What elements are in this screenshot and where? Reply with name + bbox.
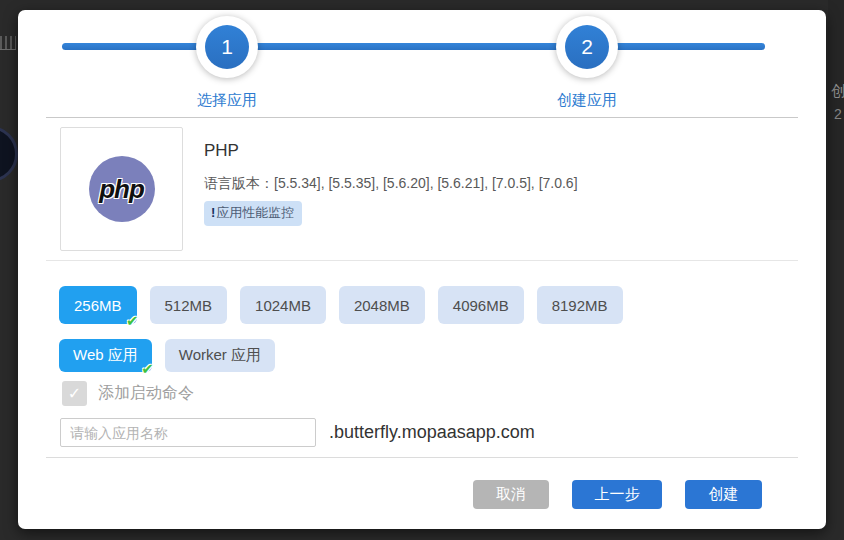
app-type-label: Worker 应用 [179,346,261,365]
app-name-input[interactable] [60,418,316,447]
memory-option-8192mb[interactable]: 8192MB [537,286,623,324]
domain-suffix: .butterfly.mopaasapp.com [329,422,535,443]
memory-option-4096mb[interactable]: 4096MB [438,286,524,324]
step-2-number: 2 [565,25,609,69]
create-app-dialog: 1 2 选择应用 创建应用 php PHP 语言版本：[5.5.34], [5.… [18,10,826,529]
memory-option-label: 8192MB [552,297,608,314]
step-1-node[interactable]: 1 [196,16,258,78]
step-1-number: 1 [205,25,249,69]
php-app-card: php [60,127,183,251]
background-text-fragment: 创 [831,82,844,101]
memory-options-row: 256MB ✔ 512MB 1024MB 2048MB 4096MB 8192M… [59,286,623,324]
startup-command-row: ✓ 添加启动命令 [62,381,194,406]
memory-option-256mb[interactable]: 256MB ✔ [59,286,137,324]
startup-command-checkbox[interactable]: ✓ [62,381,87,406]
apm-tag-label: 应用性能监控 [216,205,294,220]
app-type-label: Web 应用 [73,346,138,365]
step-2-node[interactable]: 2 [556,16,618,78]
footer-divider [46,457,798,458]
memory-option-1024mb[interactable]: 1024MB [240,286,326,324]
apm-tag: !应用性能监控 [204,201,302,226]
memory-option-label: 512MB [165,297,213,314]
footer-actions: 取消 上一步 创建 [473,480,762,509]
memory-option-label: 1024MB [255,297,311,314]
versions-list: [5.5.34], [5.5.35], [5.6.20], [5.6.21], … [274,175,578,191]
php-logo-text: php [99,174,144,205]
screen: { "overlay": { "background_color": "#2a2… [0,0,844,540]
section-divider [46,260,798,261]
background-avatar-fragment [0,126,18,182]
check-icon: ✔ [141,360,154,378]
create-button[interactable]: 创建 [685,480,762,509]
step-1-label: 选择应用 [167,91,287,110]
startup-command-label: 添加启动命令 [98,383,194,404]
memory-option-label: 256MB [74,297,122,314]
cancel-button[interactable]: 取消 [473,480,549,509]
background-link-fragment [0,36,16,50]
versions-label: 语言版本： [204,175,274,191]
exclamation-icon: ! [211,205,215,220]
memory-option-2048mb[interactable]: 2048MB [339,286,425,324]
app-type-web-button[interactable]: Web 应用 ✔ [59,339,152,372]
app-name-title: PHP [204,141,239,161]
memory-option-512mb[interactable]: 512MB [150,286,228,324]
check-icon: ✔ [126,312,139,330]
app-versions: 语言版本：[5.5.34], [5.5.35], [5.6.20], [5.6.… [204,175,578,193]
app-type-row: Web 应用 ✔ Worker 应用 [59,339,275,372]
memory-option-label: 4096MB [453,297,509,314]
step-2-label: 创建应用 [527,91,647,110]
background-text-fragment: 2 [834,106,842,122]
memory-option-label: 2048MB [354,297,410,314]
php-logo-icon: php [89,156,155,222]
check-icon: ✓ [68,384,81,403]
app-type-worker-button[interactable]: Worker 应用 [165,339,275,372]
stepper-progress-bar [62,43,765,50]
app-name-row: .butterfly.mopaasapp.com [60,418,535,447]
header-divider [46,117,798,118]
prev-step-button[interactable]: 上一步 [572,480,662,509]
